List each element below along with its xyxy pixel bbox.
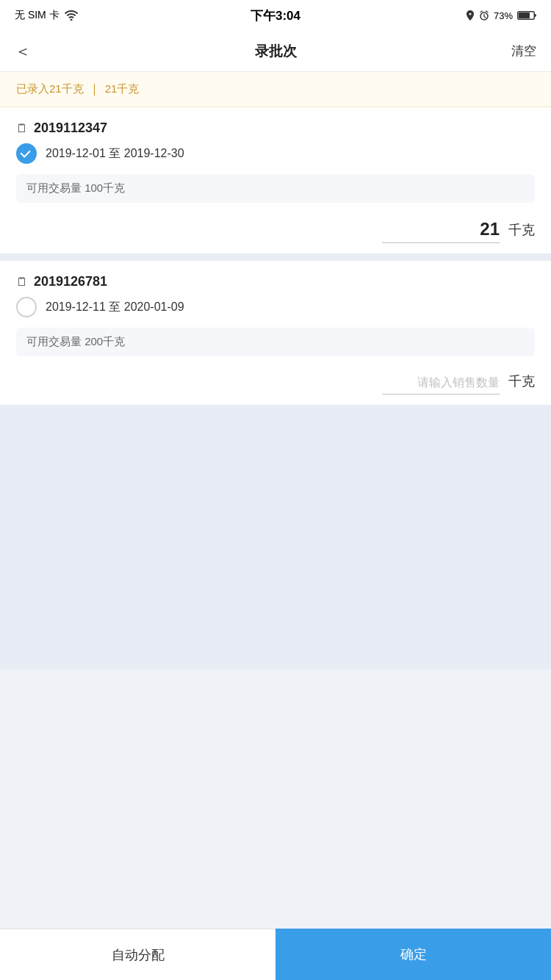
confirm-button[interactable]: 确定 bbox=[276, 929, 551, 980]
status-bar-time: 下午3:04 bbox=[251, 7, 300, 24]
radio-1[interactable] bbox=[16, 143, 37, 164]
qty-value-1: 21 bbox=[480, 219, 500, 239]
back-button[interactable]: ＜ bbox=[15, 37, 37, 65]
bottom-area bbox=[0, 405, 551, 669]
batch-id-icon-1: 🗒 bbox=[16, 122, 28, 135]
sim-label: 无 SIM 卡 bbox=[15, 9, 60, 22]
available-row-2: 可用交易量 200千克 bbox=[16, 328, 535, 356]
available-label-2: 可用交易量 200千克 bbox=[26, 335, 125, 347]
bottom-buttons: 自动分配 确定 bbox=[0, 929, 551, 980]
batch-date-2: 2019-12-11 至 2020-01-09 bbox=[46, 300, 184, 315]
radio-2[interactable] bbox=[16, 297, 37, 317]
qty-container-2[interactable]: 请输入销售数量 bbox=[382, 375, 500, 394]
clear-button[interactable]: 清空 bbox=[511, 43, 536, 60]
nav-bar: ＜ 录批次 清空 bbox=[0, 31, 551, 72]
batch-header-2: 🗒 2019126781 bbox=[0, 261, 551, 294]
alarm-icon bbox=[479, 10, 489, 21]
wifi-icon bbox=[64, 10, 79, 21]
batch-card-2: 🗒 2019126781 2019-12-11 至 2020-01-09 可用交… bbox=[0, 261, 551, 405]
auto-distribute-button[interactable]: 自动分配 bbox=[0, 929, 276, 980]
info-divider bbox=[94, 84, 95, 96]
qty-placeholder-2: 请输入销售数量 bbox=[417, 375, 500, 391]
qty-wrapper-1: 21 千克 bbox=[0, 212, 551, 253]
qty-wrapper-2: 请输入销售数量 千克 bbox=[0, 365, 551, 405]
batch-id-2: 2019126781 bbox=[34, 274, 107, 289]
qty-line-2 bbox=[382, 394, 500, 394]
status-bar-right: 73% bbox=[466, 10, 536, 21]
battery-percent: 73% bbox=[494, 10, 513, 21]
batch-id-icon-2: 🗒 bbox=[16, 275, 28, 289]
batch-separator bbox=[0, 253, 551, 261]
batch-id-1: 2019112347 bbox=[34, 120, 107, 136]
batch-card-1: 🗒 2019112347 2019-12-01 至 2019-12-30 可用交… bbox=[0, 107, 551, 253]
available-label-1: 可用交易量 100千克 bbox=[26, 181, 125, 194]
status-bar-left: 无 SIM 卡 bbox=[15, 9, 79, 22]
available-row-1: 可用交易量 100千克 bbox=[16, 174, 535, 203]
info-bar: 已录入21千克 21千克 bbox=[0, 72, 551, 107]
info-value: 21千克 bbox=[105, 82, 140, 96]
qty-unit-1: 千克 bbox=[508, 221, 535, 243]
batch-date-1: 2019-12-01 至 2019-12-30 bbox=[46, 146, 184, 162]
qty-line-1 bbox=[382, 242, 500, 243]
page-title: 录批次 bbox=[255, 42, 297, 61]
batch-header-1: 🗒 2019112347 bbox=[0, 107, 551, 140]
qty-container-1[interactable]: 21 bbox=[382, 219, 500, 243]
batch-date-row-1[interactable]: 2019-12-01 至 2019-12-30 bbox=[0, 140, 551, 171]
info-label: 已录入21千克 bbox=[16, 82, 84, 96]
battery-icon bbox=[517, 10, 536, 21]
svg-rect-2 bbox=[519, 12, 530, 18]
status-bar: 无 SIM 卡 下午3:04 73% bbox=[0, 0, 551, 31]
location-icon bbox=[466, 10, 475, 21]
batch-date-row-2[interactable]: 2019-12-11 至 2020-01-09 bbox=[0, 294, 551, 325]
qty-unit-2: 千克 bbox=[508, 372, 535, 394]
